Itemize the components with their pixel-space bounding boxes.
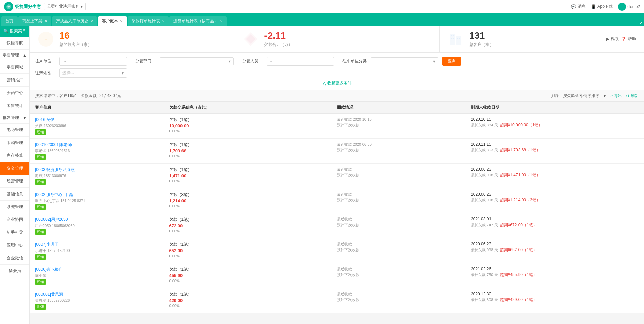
overdue-amount-link[interactable]: 超期¥455.90（1笔） <box>500 272 537 277</box>
debt-info-cell: 欠款（1笔） 1,703.68 0.00% <box>169 142 337 158</box>
chevron-down-balance-icon: ▾ <box>122 71 124 76</box>
overdue-amount-link[interactable]: 超期¥10,000.00（1笔） <box>500 123 543 127</box>
sidebar-item-pro-member[interactable]: 畅会员 <box>0 265 29 277</box>
overdue-amount-link[interactable]: 超期¥672.00（1笔） <box>500 223 537 227</box>
user-avatar-btn[interactable]: demo2 <box>618 3 640 11</box>
total-customers-label: 总客户（家） <box>469 42 494 48</box>
sidebar-item-retail-stats[interactable]: 零售统计 <box>0 99 29 112</box>
due-date: 2021.02.26 <box>471 267 639 271</box>
svg-rect-12 <box>459 38 460 39</box>
customer-name-link[interactable]: [0002]服务中心_丁磊 <box>35 192 169 198</box>
video-btn[interactable]: ▶ 视频 <box>606 36 619 42</box>
sidebar-item-marketing[interactable]: 营销推广 <box>0 74 29 87</box>
sidebar-item-retail-mall[interactable]: 零售商城 <box>0 61 29 74</box>
collapse-btn[interactable]: ⋀ 收起更多条件 <box>35 80 639 86</box>
recovery-cell: 最近收款 预计下次收款 <box>337 192 471 203</box>
sidebar-item-inventory[interactable]: 库存核算 <box>0 149 29 162</box>
table-header: 客户信息 欠款交易信息（占比） 回款情况 到期未收款日期 <box>30 102 644 114</box>
filter-area: 往来单位 ··· 分管部门 ▾ 分管人员 ··· 往来 <box>30 53 644 90</box>
debt-amount: 455.90 <box>169 273 337 278</box>
sidebar-item-app-center[interactable]: 应用中心 <box>0 239 29 252</box>
tab-close-customer-account[interactable]: ✕ <box>120 19 123 23</box>
message-btn[interactable]: 💬 消息 <box>571 4 586 9</box>
search-icon: 🔍 <box>3 29 8 33</box>
sidebar-item-member-center[interactable]: 会员中心 <box>0 87 29 99</box>
query-button[interactable]: 查询 <box>442 57 461 66</box>
customer-info-cell: [000001]黄思源 黄思源 13552700226 现销 <box>35 292 169 310</box>
due-date: 2020.06.23 <box>471 167 639 172</box>
sidebar-item-system[interactable]: 系统管理 <box>0 201 29 213</box>
tab-close-product-history[interactable]: ✕ <box>90 19 93 23</box>
unit-category-select[interactable]: ▾ <box>371 57 438 65</box>
customer-phone: 海燕 18513066976 <box>35 173 169 178</box>
sidebar-item-new-guide[interactable]: 新手引导 <box>0 226 29 239</box>
svg-rect-8 <box>453 35 454 36</box>
debt-ratio: 0.00% <box>169 179 337 183</box>
sidebar-item-enterprise-wechat[interactable]: 企业微信 <box>0 252 29 265</box>
sidebar-item-ecommerce[interactable]: 电商管理 <box>0 124 29 137</box>
source-unit-label: 往来单位 <box>35 58 55 64</box>
tab-home[interactable]: 首页 <box>1 16 18 26</box>
customer-phone: 李老师 18600391516 <box>35 148 169 153</box>
customer-name-link[interactable]: [000001]黄思源 <box>35 292 169 297</box>
overdue-amount-link[interactable]: 超期¥1,214.00（3笔） <box>500 198 540 202</box>
recovery-cell: 最近收款 预计下次收款 <box>337 267 471 277</box>
balance-select[interactable]: 选择... ▾ <box>59 68 127 78</box>
divider-1 <box>131 59 131 64</box>
tab-product-offshelf[interactable]: 商品上下架 ✕ <box>18 16 51 26</box>
tab-customer-account[interactable]: 客户账本 ✕ <box>98 16 127 26</box>
refresh-btn[interactable]: ↺ 刷新 <box>626 93 639 99</box>
sidebar-item-operations[interactable]: 经营管理 <box>0 175 29 188</box>
sidebar-item-quick-nav[interactable]: 快捷导航 <box>0 37 29 50</box>
tab-purchase-stats[interactable]: 进货单统计表（按商品） ✕ <box>169 16 227 26</box>
next-payment: 预计下次收款 <box>337 173 471 178</box>
customer-name-link[interactable]: [0006]去下粮仓 <box>35 267 169 272</box>
overdue-customers-number: 16 <box>59 30 92 41</box>
overdue-amount-link[interactable]: 超期¥1,471.00（1笔） <box>500 173 540 177</box>
customer-name-link[interactable]: [0016]吴俊 <box>35 117 169 123</box>
stat-overdue-customers: ¥ 16 总欠款客户（家） <box>30 26 234 52</box>
customer-name-link[interactable]: [000002]用户2050 <box>35 217 169 223</box>
result-text: 搜索结果中，客户16家 欠款金额 -21,148.07元 <box>35 93 121 99</box>
manager-select[interactable]: ··· <box>267 57 334 66</box>
app-download-btn[interactable]: 📱 App下载 <box>591 4 613 9</box>
tab-close-purchase-order[interactable]: ✕ <box>162 19 165 23</box>
export-btn[interactable]: ↗ 导出 <box>610 93 622 99</box>
diamond-icon <box>243 31 259 47</box>
last-payment-date: 最近收款 <box>337 267 471 272</box>
sidebar-item-enterprise-coop[interactable]: 企业协同 <box>0 213 29 226</box>
dept-select[interactable]: ▾ <box>160 57 234 65</box>
overdue-amount-link[interactable]: 超期¥652.00（1笔） <box>500 247 537 252</box>
sort-label[interactable]: 排序：按欠款金额倒序排序 <box>551 93 599 99</box>
overdue-amount-number: -2.11 <box>264 30 292 41</box>
customer-info-cell: [0002]服务中心_丁磊 服务中心_丁磊 181 0125 8371 现销 <box>35 192 169 210</box>
industry-selector[interactable]: 母婴行业演示账套 ▾ <box>44 3 86 10</box>
sidebar-item-purchase-mgmt[interactable]: 采购管理 <box>0 137 29 149</box>
customer-name-link[interactable]: [0007]小进干 <box>35 242 169 247</box>
stat-card-right-controls: ▶ 视频 ❓ 帮助 <box>606 36 636 42</box>
sidebar-item-batch-mgmt[interactable]: 批发管理 ▼ <box>0 112 29 124</box>
tab-purchase-order[interactable]: 采购订单统计表 ✕ <box>128 16 169 26</box>
tab-close-product-offshelf[interactable]: ✕ <box>45 19 47 23</box>
customer-name-link[interactable]: [0001020001]李老师 <box>35 142 169 148</box>
sidebar-item-retail-mgmt[interactable]: 零售管理 ▲ <box>0 50 29 61</box>
overdue-amount-link[interactable]: 超期¥1,703.68（1笔） <box>500 148 540 152</box>
sidebar-item-basic-info[interactable]: 基础信息 <box>0 188 29 201</box>
tab-close-purchase-stats[interactable]: ✕ <box>220 19 223 23</box>
overdue-amount-link[interactable]: 超期¥429.00（1笔） <box>500 297 537 302</box>
due-date: 2020.06.23 <box>471 192 639 197</box>
table-row: [000001]黄思源 黄思源 13552700226 现销 欠款（1笔） 42… <box>30 288 644 313</box>
total-customers-number: 131 <box>469 30 494 41</box>
customer-name-link[interactable]: [0003]畅捷服务尹海燕 <box>35 167 169 173</box>
sidebar-search[interactable]: 🔍 搜索菜单 <box>0 26 29 37</box>
sidebar-item-capital[interactable]: 资金管理 <box>0 162 29 175</box>
col-header-debt: 欠款交易信息（占比） <box>169 105 337 110</box>
tab-maximize-icon[interactable]: ⤢ <box>639 21 643 25</box>
help-btn[interactable]: ❓ 帮助 <box>621 36 636 42</box>
tab-minimize-icon[interactable]: － <box>634 20 638 26</box>
tab-product-history[interactable]: 产成品入库单历史 ✕ <box>52 16 97 26</box>
customer-phone: 用户2050 18665062050 <box>35 223 169 228</box>
debt-ratio: 0.00% <box>169 304 337 308</box>
overdue-info: 最长欠款 808 天 超期¥429.00（1笔） <box>471 297 639 303</box>
source-unit-select[interactable]: ··· <box>59 57 127 66</box>
